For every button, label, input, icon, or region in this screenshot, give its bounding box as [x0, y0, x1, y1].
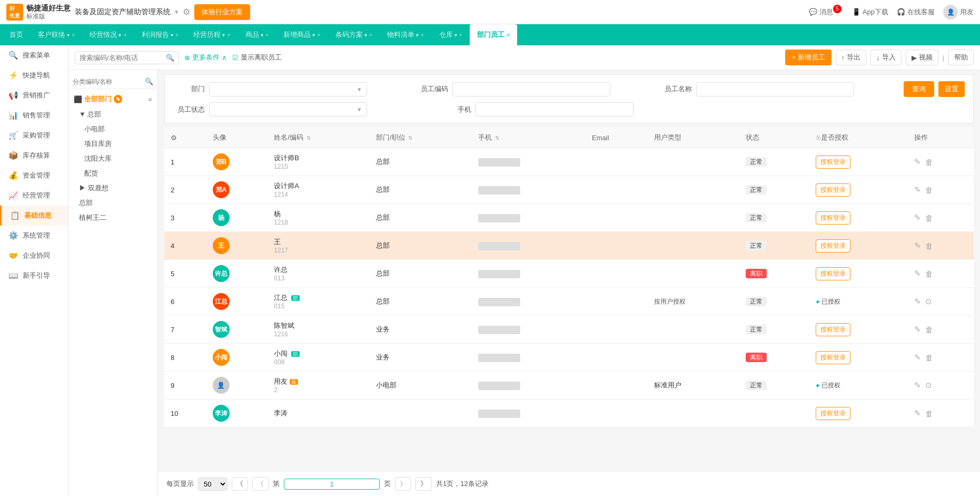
- dept-node-shenyang[interactable]: 沈阳大库: [68, 151, 157, 166]
- auth-btn[interactable]: 授权登录: [816, 239, 850, 252]
- sidebar-item-sales[interactable]: 📊 销售管理: [0, 105, 68, 125]
- auth-btn[interactable]: 授权登录: [816, 267, 850, 280]
- search-button[interactable]: 查询: [904, 81, 934, 97]
- auth-btn[interactable]: 授权登录: [816, 323, 850, 336]
- dept-node-zongbu2[interactable]: 总部: [68, 196, 157, 210]
- more-filter-btn[interactable]: ⊕ 更多条件 ∧: [184, 53, 227, 62]
- auth-btn[interactable]: 授权登录: [816, 407, 850, 420]
- dept-node-zongbu[interactable]: ▼ 总部: [68, 107, 157, 122]
- user-btn[interactable]: 👤 用友: [943, 5, 974, 20]
- dept-all-header[interactable]: ⬛ 全部部门 ✎ «: [68, 91, 157, 107]
- tab-barcode[interactable]: 条码方案▾×: [328, 24, 380, 45]
- edit-icon[interactable]: ✎: [914, 269, 921, 278]
- dept-node-shuangluxiang[interactable]: ▶ 双鹿想: [68, 181, 157, 196]
- edit-icon[interactable]: ✎: [914, 213, 921, 222]
- dropdown-arrow[interactable]: ▾: [175, 8, 179, 16]
- sidebar-item-basic[interactable]: 📋 基础信息: [0, 206, 68, 226]
- emp-name-input[interactable]: [696, 82, 854, 96]
- edit-dept-icon[interactable]: ✎: [114, 95, 122, 103]
- collapse-btn[interactable]: «: [148, 95, 152, 103]
- sort-name-icon[interactable]: ⇅: [306, 135, 311, 141]
- copy-icon[interactable]: ⊙: [925, 297, 932, 306]
- tab-operations[interactable]: 经营情况▾×: [82, 24, 134, 45]
- delete-icon[interactable]: 🗑: [925, 269, 933, 278]
- edit-icon[interactable]: ✎: [914, 381, 921, 390]
- edit-icon[interactable]: ✎: [914, 157, 921, 167]
- col-name[interactable]: 姓名/编码 ⇅: [268, 128, 370, 148]
- status-select[interactable]: ▾: [209, 102, 367, 116]
- sidebar-item-search[interactable]: 🔍 搜索菜单: [0, 45, 68, 65]
- sidebar-item-finance[interactable]: 💰 资金管理: [0, 166, 68, 186]
- dept-node-xiaodiab[interactable]: 小电部: [68, 122, 157, 137]
- sidebar-item-mgmt[interactable]: 📈 经营管理: [0, 186, 68, 206]
- sidebar-item-quicknav[interactable]: ⚡ 快捷导航: [0, 65, 68, 85]
- edit-icon[interactable]: ✎: [914, 409, 921, 418]
- search-box[interactable]: 🔍: [75, 51, 179, 64]
- search-input[interactable]: [80, 54, 164, 62]
- dept-select[interactable]: ▾: [209, 82, 367, 96]
- app-download-btn[interactable]: 📱 App下载: [852, 7, 888, 17]
- message-btn[interactable]: 💬 消息 5: [809, 7, 844, 17]
- col-settings[interactable]: ⚙: [164, 128, 206, 148]
- next-page-btn[interactable]: 〉: [395, 477, 411, 491]
- tab-warehouse[interactable]: 仓库▾×: [432, 24, 470, 45]
- edit-icon[interactable]: ✎: [914, 325, 921, 334]
- tab-material[interactable]: 物料清单▾×: [380, 24, 431, 45]
- page-input[interactable]: [284, 479, 380, 490]
- delete-icon[interactable]: 🗑: [925, 213, 933, 222]
- edit-icon[interactable]: ✎: [914, 241, 921, 250]
- first-page-btn[interactable]: 《: [232, 477, 248, 491]
- dept-node-zhishu[interactable]: 植树王二: [68, 210, 157, 225]
- export-button[interactable]: ↑ 导出: [836, 50, 867, 65]
- copy-icon2[interactable]: ⊙: [925, 381, 932, 390]
- help-button[interactable]: 帮助: [948, 50, 974, 65]
- dept-search-icon[interactable]: 🔍: [145, 77, 153, 85]
- sort-phone-icon[interactable]: ⇅: [495, 135, 499, 141]
- delete-icon[interactable]: 🗑: [925, 241, 933, 250]
- online-service-btn[interactable]: 🎧 在线客服: [897, 7, 935, 17]
- view-button[interactable]: ▶ 视频: [906, 50, 938, 65]
- sidebar-item-system[interactable]: ⚙️ 系统管理: [0, 226, 68, 246]
- phone-input[interactable]: [476, 102, 633, 116]
- import-button[interactable]: ↓ 导入: [870, 50, 902, 65]
- trial-button[interactable]: 体验行业方案: [194, 4, 250, 20]
- prev-page-btn[interactable]: 〈: [252, 477, 269, 491]
- tab-profit[interactable]: 利润报告▾×: [134, 24, 186, 45]
- auth-btn[interactable]: 授权登录: [816, 183, 850, 197]
- delete-icon[interactable]: 🗑: [925, 186, 933, 194]
- tab-customer[interactable]: 客户联络▾×: [31, 24, 82, 45]
- dept-node-peihuo[interactable]: 配货: [68, 166, 157, 181]
- sidebar-item-collab[interactable]: 🤝 企业协同: [0, 246, 68, 266]
- add-employee-button[interactable]: + 新增员工: [785, 50, 831, 65]
- sidebar-item-guide[interactable]: 📖 新手引导: [0, 266, 68, 286]
- gear-icon[interactable]: ⚙: [183, 7, 190, 17]
- edit-icon[interactable]: ✎: [914, 297, 921, 306]
- tab-product[interactable]: 商品▾×: [238, 24, 276, 45]
- auth-btn[interactable]: 授权登录: [816, 211, 850, 225]
- sidebar-item-marketing[interactable]: 📢 营销推广: [0, 85, 68, 105]
- emp-code-input[interactable]: [452, 82, 610, 96]
- tab-history[interactable]: 经营历程▾×: [186, 24, 237, 45]
- search-btn-icon[interactable]: 🔍: [166, 54, 174, 62]
- sidebar-item-inventory[interactable]: 📦 库存核算: [0, 145, 68, 166]
- settings-button[interactable]: 设置: [938, 81, 965, 97]
- tab-new-product[interactable]: 新增商品▾×: [276, 24, 328, 45]
- sort-dept-icon[interactable]: ⇅: [408, 135, 412, 141]
- auth-btn[interactable]: 授权登录: [816, 351, 850, 364]
- per-page-select[interactable]: 50 20 100: [198, 478, 227, 491]
- edit-icon[interactable]: ✎: [914, 185, 921, 194]
- tab-department[interactable]: 部门员工×: [470, 24, 517, 45]
- delete-icon[interactable]: 🗑: [925, 325, 933, 334]
- dept-search[interactable]: 🔍: [68, 74, 157, 89]
- tab-home[interactable]: 首页: [2, 24, 31, 45]
- col-dept[interactable]: 部门/职位 ⇅: [370, 128, 472, 148]
- delete-icon[interactable]: 🗑: [925, 409, 933, 418]
- show-resigned-toggle[interactable]: ☑ 显示离职员工: [232, 53, 282, 62]
- delete-icon[interactable]: 🗑: [925, 353, 933, 362]
- edit-icon[interactable]: ✎: [914, 353, 921, 362]
- dept-node-project[interactable]: 项目库房: [68, 137, 157, 151]
- sidebar-item-purchase[interactable]: 🛒 采购管理: [0, 125, 68, 145]
- dept-search-input[interactable]: [73, 78, 145, 85]
- last-page-btn[interactable]: 》: [415, 477, 432, 491]
- auth-btn[interactable]: 授权登录: [816, 155, 850, 169]
